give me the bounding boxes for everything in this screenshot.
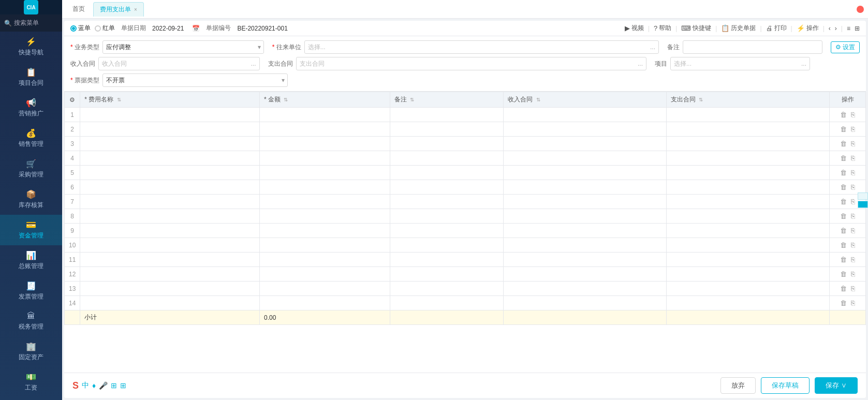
delete-icon[interactable]: 🗑 [840, 111, 847, 118]
cell-amount[interactable] [260, 166, 390, 180]
remark-input[interactable] [683, 40, 822, 54]
cell-remark[interactable] [390, 267, 504, 282]
cell-expense-name[interactable] [80, 267, 260, 282]
th-gear[interactable]: ⚙ [65, 92, 80, 108]
cell-remark[interactable] [390, 166, 504, 180]
cell-remark[interactable] [390, 180, 504, 195]
cell-income-contract[interactable] [504, 151, 667, 166]
sidebar-item-operation[interactable]: 📈 经营管理 [0, 397, 62, 400]
cell-amount[interactable] [260, 108, 390, 122]
cell-income-contract[interactable] [504, 267, 667, 282]
cell-remark[interactable] [390, 108, 504, 122]
copy-icon[interactable]: ⎘ [851, 299, 855, 307]
action-shortcut[interactable]: ⌨ 快捷键 [681, 24, 711, 33]
brand-zhong-icon[interactable]: 中 [82, 381, 89, 390]
delete-icon[interactable]: 🗑 [840, 285, 847, 292]
cell-remark[interactable] [390, 296, 504, 310]
cell-expense-name[interactable] [80, 166, 260, 180]
sort-income-contract-icon[interactable]: ⇅ [536, 97, 540, 102]
delete-icon[interactable]: 🗑 [840, 299, 847, 307]
cell-expense-contract[interactable] [667, 166, 830, 180]
cell-expense-contract[interactable] [667, 253, 830, 267]
cell-amount[interactable] [260, 296, 390, 310]
cell-income-contract[interactable] [504, 209, 667, 224]
sidebar-item-tax[interactable]: 🏛 税务管理 [0, 306, 62, 336]
cell-remark[interactable] [390, 253, 504, 267]
brand-grid2-icon[interactable]: ⊞ [120, 381, 126, 390]
calendar-icon[interactable]: 📅 [192, 25, 200, 32]
sidebar-item-marketing[interactable]: 📢 营销推广 [0, 93, 62, 123]
copy-icon[interactable]: ⎘ [851, 154, 855, 162]
copy-icon[interactable]: ⎘ [851, 285, 855, 292]
radio-blue[interactable]: 蓝单 [70, 24, 91, 33]
brand-grid1-icon[interactable]: ⊞ [111, 381, 117, 390]
cell-amount[interactable] [260, 224, 390, 238]
settings-button[interactable]: ⚙ 设置 [831, 41, 860, 53]
cell-amount[interactable] [260, 137, 390, 151]
cell-income-contract[interactable] [504, 296, 667, 310]
action-help[interactable]: ? 帮助 [654, 24, 671, 33]
copy-icon[interactable]: ⎘ [851, 241, 855, 249]
copy-icon[interactable]: ⎘ [851, 270, 855, 278]
cell-expense-contract[interactable] [667, 122, 830, 137]
sort-expense-contract-icon[interactable]: ⇅ [699, 97, 703, 102]
cell-expense-name[interactable] [80, 195, 260, 209]
tab-close-icon[interactable]: × [134, 7, 137, 12]
cell-income-contract[interactable] [504, 195, 667, 209]
sidebar-item-sales[interactable]: 💰 销售管理 [0, 123, 62, 154]
action-nav-next[interactable]: › [835, 25, 837, 32]
cell-expense-name[interactable] [80, 137, 260, 151]
delete-icon[interactable]: 🗑 [840, 256, 847, 263]
cell-income-contract[interactable] [504, 253, 667, 267]
copy-icon[interactable]: ⎘ [851, 198, 855, 205]
copy-icon[interactable]: ⎘ [851, 169, 855, 176]
delete-icon[interactable]: 🗑 [840, 183, 847, 191]
income-contract-input[interactable]: 收入合同 ... [98, 57, 260, 70]
sort-amount-icon[interactable]: ⇅ [284, 97, 288, 102]
cell-expense-name[interactable] [80, 122, 260, 137]
cell-income-contract[interactable] [504, 180, 667, 195]
delete-icon[interactable]: 🗑 [840, 270, 847, 278]
action-nav-prev[interactable]: ‹ [829, 25, 831, 32]
copy-icon[interactable]: ⎘ [851, 183, 855, 191]
cell-amount[interactable] [260, 267, 390, 282]
cell-expense-contract[interactable] [667, 267, 830, 282]
copy-icon[interactable]: ⎘ [851, 140, 855, 147]
expense-contract-input[interactable]: 支出合同 ... [296, 57, 646, 70]
cell-amount[interactable] [260, 122, 390, 137]
sort-remark-icon[interactable]: ⇅ [410, 97, 414, 102]
delete-icon[interactable]: 🗑 [840, 140, 847, 147]
delete-icon[interactable]: 🗑 [840, 212, 847, 220]
action-operate[interactable]: ⚡ 操作 [797, 24, 819, 33]
tab-expense-bill[interactable]: 费用支出单 × [93, 2, 144, 17]
cell-amount[interactable] [260, 180, 390, 195]
cell-income-contract[interactable] [504, 108, 667, 122]
cell-expense-contract[interactable] [667, 224, 830, 238]
cell-expense-contract[interactable] [667, 282, 830, 296]
cell-expense-name[interactable] [80, 151, 260, 166]
sidebar-item-salary[interactable]: 💵 工资 [0, 367, 62, 397]
cell-income-contract[interactable] [504, 282, 667, 296]
cell-expense-name[interactable] [80, 296, 260, 310]
float-action-btn[interactable]: 操 [858, 201, 868, 208]
delete-icon[interactable]: 🗑 [840, 154, 847, 162]
sidebar-item-account[interactable]: 📊 总账管理 [0, 245, 62, 276]
cell-expense-name[interactable] [80, 253, 260, 267]
business-type-select-wrap[interactable]: 应付调整 ▾ [102, 40, 264, 54]
copy-icon[interactable]: ⎘ [851, 125, 855, 133]
cell-remark[interactable] [390, 151, 504, 166]
delete-icon[interactable]: 🗑 [840, 198, 847, 205]
delete-icon[interactable]: 🗑 [840, 227, 847, 234]
cell-amount[interactable] [260, 238, 390, 253]
delete-icon[interactable]: 🗑 [840, 241, 847, 249]
delete-icon[interactable]: 🗑 [840, 169, 847, 176]
copy-icon[interactable]: ⎘ [851, 256, 855, 263]
cell-remark[interactable] [390, 137, 504, 151]
cell-amount[interactable] [260, 209, 390, 224]
sidebar-item-capital[interactable]: 💳 资金管理 [0, 215, 62, 245]
cell-income-contract[interactable] [504, 122, 667, 137]
cell-expense-contract[interactable] [667, 209, 830, 224]
cell-remark[interactable] [390, 195, 504, 209]
cell-expense-name[interactable] [80, 180, 260, 195]
brand-mic-icon[interactable]: 🎤 [99, 381, 108, 390]
